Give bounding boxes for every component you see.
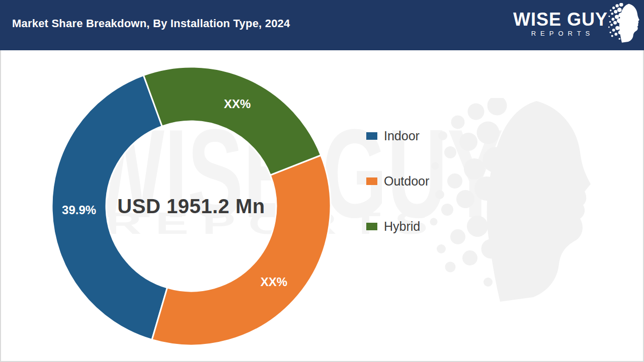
legend-label-outdoor: Outdoor — [384, 175, 429, 188]
header-bar: Market Share Breakdown, By Installation … — [0, 0, 644, 50]
segment-label-indoor: 39.9% — [62, 203, 96, 217]
segment-hybrid — [143, 67, 321, 175]
logo: WISE GUY REPORTS — [513, 3, 640, 44]
legend-swatch-outdoor — [366, 177, 377, 185]
logo-face-icon — [608, 3, 640, 44]
logo-wordmark-text: WISE GUY — [513, 10, 608, 29]
logo-wordmark: WISE GUY REPORTS — [513, 10, 608, 37]
legend-item-indoor: Indoor — [366, 128, 429, 144]
legend-label-hybrid: Hybrid — [384, 220, 420, 233]
legend-swatch-indoor — [366, 132, 377, 140]
segment-label-hybrid: XX% — [224, 97, 251, 111]
segment-label-outdoor: XX% — [261, 275, 287, 289]
page-title: Market Share Breakdown, By Installation … — [12, 17, 290, 30]
donut-center-label: USD 1951.2 Mn — [117, 195, 265, 218]
legend-swatch-hybrid — [366, 223, 377, 230]
legend-item-hybrid: Hybrid — [366, 218, 429, 234]
legend-item-outdoor: Outdoor — [366, 173, 429, 189]
legend-label-indoor: Indoor — [384, 130, 420, 142]
report-page: Market Share Breakdown, By Installation … — [0, 0, 644, 362]
legend: Indoor Outdoor Hybrid — [366, 128, 429, 263]
segment-outdoor — [152, 155, 331, 345]
logo-reports-text: REPORTS — [527, 30, 595, 37]
